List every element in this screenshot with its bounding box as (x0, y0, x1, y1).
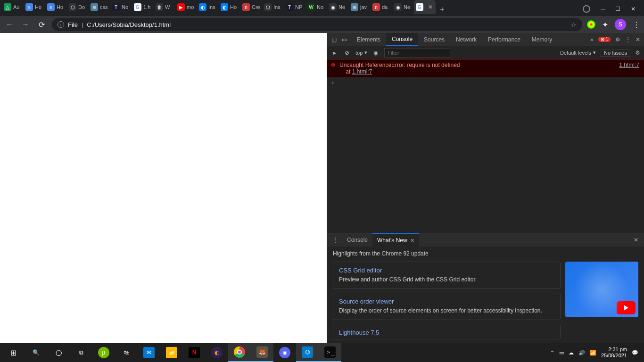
site-info-icon[interactable]: i (58, 21, 64, 28)
tab-label: Cre (252, 4, 260, 10)
clear-console-icon[interactable]: ⊘ (343, 49, 351, 57)
browser-tab[interactable]: ▶mo (175, 0, 197, 14)
browser-tab[interactable]: △Au (2, 0, 24, 14)
cortana-button[interactable]: ◯ (47, 343, 70, 362)
tray-wifi-icon[interactable]: 📶 (590, 350, 596, 356)
console-error-row: Uncaught ReferenceError: require is not … (327, 59, 644, 77)
whatsnew-video-thumb[interactable] (565, 262, 638, 317)
extensions-puzzle-icon[interactable]: ✦ (602, 20, 608, 29)
bookmark-star-icon[interactable]: ☆ (571, 21, 577, 28)
tray-chevron-icon[interactable]: ⌃ (550, 350, 554, 356)
taskbar-app-mail[interactable]: ✉ (138, 343, 160, 362)
extension-icon[interactable] (587, 20, 595, 29)
favicon: W (307, 3, 315, 11)
live-expression-icon[interactable]: ◉ (372, 49, 380, 57)
issues-button[interactable]: No Issues (601, 49, 630, 57)
taskbar-app-gimp[interactable]: 🦊 (251, 343, 273, 362)
browser-tab[interactable]: ≡Ho (45, 0, 67, 14)
task-view-button[interactable]: ⧉ (70, 343, 92, 362)
browser-tab[interactable]: ◉Ne (327, 0, 349, 14)
devtools-tab-performance[interactable]: Performance (482, 33, 526, 46)
devtools-tab-console[interactable]: Console (386, 33, 418, 46)
browser-tab[interactable]: WNo (305, 0, 327, 14)
browser-tab[interactable]: ◉Ne (392, 0, 414, 14)
browser-tab[interactable]: 🗑W (154, 0, 175, 14)
browser-tab[interactable]: TNo (110, 0, 132, 14)
back-button[interactable]: ← (4, 19, 15, 30)
taskbar-app-discord[interactable]: ◉ (273, 343, 296, 362)
taskbar-clock[interactable]: 2:31 pm 25/08/2021 (601, 346, 627, 359)
taskbar-app-terminal[interactable]: ＞_ (319, 343, 341, 362)
browser-tab[interactable]: ◐Ins (197, 0, 219, 14)
address-bar[interactable]: i File | C:/Users/Sobia/Desktop/1.html ☆ (52, 18, 582, 31)
favicon: G (416, 3, 423, 11)
taskbar-app-store[interactable]: 🛍 (115, 343, 138, 362)
taskbar-app-eclipse[interactable]: ◐ (206, 343, 228, 362)
whatsnew-card[interactable]: CSS Grid editor Preview and author CSS G… (333, 262, 561, 289)
close-window-button[interactable]: ✕ (631, 6, 636, 12)
profile-avatar[interactable]: S (615, 19, 626, 30)
devtools-tab-memory[interactable]: Memory (526, 33, 558, 46)
devtools-menu-icon[interactable]: ⋮ (625, 36, 631, 43)
minimize-button[interactable]: ─ (601, 6, 605, 12)
close-tab-icon[interactable]: ✕ (410, 238, 414, 244)
tab-label: Ne (404, 4, 410, 10)
browser-tab[interactable]: G1.h (132, 0, 154, 14)
tray-battery-icon[interactable]: ▭ (559, 350, 564, 356)
browser-tab[interactable]: nCre (240, 0, 262, 14)
youtube-play-icon[interactable] (617, 301, 636, 314)
devtools-tab-elements[interactable]: Elements (351, 33, 386, 46)
browser-tab[interactable]: ≡Ho (24, 0, 45, 14)
chrome-menu-icon[interactable]: ⋮ (633, 20, 640, 29)
error-source-link[interactable]: 1.html:7 (619, 62, 639, 75)
browser-tab[interactable]: nda (371, 0, 392, 14)
reload-button[interactable]: ⟳ (36, 19, 47, 30)
tab-label: Ins (273, 4, 281, 10)
drawer-close-icon[interactable]: ✕ (630, 237, 642, 243)
browser-tab[interactable]: ≋jav (349, 0, 371, 14)
new-tab-button[interactable]: + (436, 3, 449, 16)
device-toggle-icon[interactable]: ▭ (340, 36, 348, 43)
devtools-settings-icon[interactable]: ⚙ (615, 36, 620, 43)
maximize-button[interactable]: ☐ (615, 6, 620, 12)
devtools-close-icon[interactable]: ✕ (636, 36, 640, 43)
browser-tab[interactable]: ≋css (89, 0, 110, 14)
notifications-icon[interactable]: 💬 (632, 350, 638, 356)
taskbar-app-vscode[interactable]: ⌬ (296, 343, 319, 362)
devtools-tab-network[interactable]: Network (450, 33, 482, 46)
devtools-tab-sources[interactable]: Sources (418, 33, 450, 46)
tab-label: mo (187, 4, 194, 10)
inspect-icon[interactable]: ◰ (330, 36, 338, 43)
error-count-badge[interactable]: ⊗ 1 (598, 37, 611, 42)
browser-tab[interactable]: ◐Ho (219, 0, 240, 14)
whatsnew-card[interactable]: Lighthouse 7.5 (333, 324, 561, 339)
console-prompt[interactable]: › (327, 77, 644, 88)
url-scheme: File (68, 21, 78, 28)
console-settings-icon[interactable]: ⚙ (635, 49, 640, 56)
close-tab-icon[interactable]: ✕ (427, 4, 434, 10)
console-filter-input[interactable] (384, 48, 450, 58)
whatsnew-card[interactable]: Source order viewer Display the order of… (333, 293, 561, 320)
context-selector[interactable]: top ▾ (355, 49, 367, 56)
more-tabs-icon[interactable]: » (590, 36, 594, 43)
taskbar-app-chrome[interactable] (228, 343, 251, 362)
tray-onedrive-icon[interactable]: ☁ (569, 350, 574, 356)
browser-tab[interactable]: G✕ (414, 0, 436, 14)
search-button[interactable]: 🔍 (25, 343, 47, 362)
taskbar-app-utorrent[interactable]: µ (92, 343, 115, 362)
browser-tab[interactable]: ⬡Do (67, 0, 89, 14)
browser-tab[interactable]: TNP (284, 0, 305, 14)
error-stack-link[interactable]: 1.html:7 (352, 68, 372, 75)
tray-volume-icon[interactable]: 🔊 (578, 350, 585, 356)
console-sidebar-toggle-icon[interactable]: ▸ (331, 49, 339, 57)
taskbar-app-explorer[interactable]: 📁 (160, 343, 183, 362)
taskbar-app-netflix[interactable]: N (183, 343, 206, 362)
browser-tab[interactable]: ⬡Ins (262, 0, 284, 14)
drawer-tab-console[interactable]: Console (342, 233, 372, 247)
forward-button[interactable]: → (20, 19, 31, 30)
drawer-menu-icon[interactable]: ⋮ (329, 237, 342, 243)
extensions-icon[interactable] (583, 5, 590, 13)
drawer-tab-whats-new[interactable]: What's New✕ (372, 233, 419, 247)
start-button[interactable]: ⊞ (2, 343, 25, 362)
log-levels-selector[interactable]: Default levels ▾ (560, 49, 596, 56)
